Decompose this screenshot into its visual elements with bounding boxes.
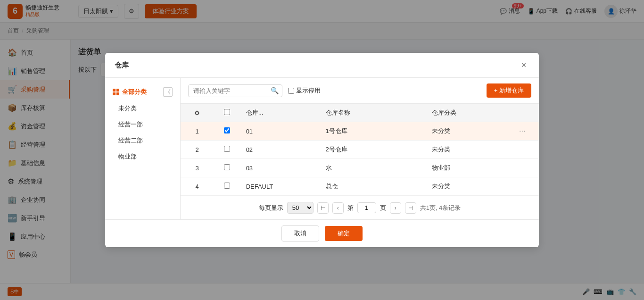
- row-check[interactable]: [214, 177, 240, 196]
- row-category: 未分类: [426, 141, 506, 159]
- row-idx: 2: [181, 141, 214, 159]
- category-collapse-button[interactable]: 《: [163, 87, 173, 97]
- row-check[interactable]: [214, 141, 240, 159]
- th-name: 仓库名称: [320, 104, 426, 122]
- show-disabled-label[interactable]: 显示停用: [288, 86, 321, 95]
- row-idx: 1: [181, 122, 214, 141]
- row-category: 未分类: [426, 122, 506, 141]
- select-all-checkbox[interactable]: [224, 109, 230, 115]
- table-toolbar: 🔍 显示停用 + 新增仓库: [181, 78, 539, 104]
- category-item-property[interactable]: 物业部: [105, 149, 180, 165]
- search-input[interactable]: [188, 84, 282, 97]
- page-total: 共1页, 4条记录: [420, 204, 461, 212]
- page-label: 第: [347, 204, 354, 212]
- category-item-dept1[interactable]: 经营一部: [105, 117, 180, 133]
- pagination: 每页显示 50 20 100 ⊢ ‹ 第 1 页 › ⊣ 共1页, 4条记录: [181, 196, 539, 219]
- per-page-select[interactable]: 50 20 100: [287, 202, 314, 214]
- page-number-input[interactable]: 1: [357, 202, 376, 213]
- row-more[interactable]: [506, 141, 539, 159]
- more-dots-icon[interactable]: ···: [519, 127, 525, 135]
- page-prev-button[interactable]: ‹: [332, 202, 344, 214]
- add-warehouse-button[interactable]: + 新增仓库: [487, 83, 531, 98]
- row-code: DEFAULT: [240, 177, 320, 196]
- table-body: 1 01 1号仓库 未分类 ··· 2 02 2号仓库 未分类 3 03 水 物…: [181, 122, 539, 196]
- row-name: 水: [320, 159, 426, 177]
- row-code: 01: [240, 122, 320, 141]
- row-more[interactable]: ···: [506, 122, 539, 141]
- all-categories-label: 全部分类: [122, 88, 147, 96]
- row-name: 1号仓库: [320, 122, 426, 141]
- warehouse-modal: 仓库 × 全部分类 《 未分类 经营一部: [105, 53, 539, 247]
- modal-body: 全部分类 《 未分类 经营一部 经营二部 物业部 🔍: [105, 78, 539, 219]
- th-check: [214, 104, 240, 122]
- row-checkbox[interactable]: [224, 164, 230, 170]
- show-disabled-checkbox[interactable]: [288, 88, 294, 94]
- row-code: 02: [240, 141, 320, 159]
- search-wrap: 🔍: [188, 84, 282, 97]
- page-unit: 页: [380, 204, 386, 212]
- grid-icon: [113, 89, 119, 95]
- th-code: 仓库...: [240, 104, 320, 122]
- table-row[interactable]: 1 01 1号仓库 未分类 ···: [181, 122, 539, 141]
- search-icon[interactable]: 🔍: [271, 87, 279, 94]
- data-table: ⚙ 仓库... 仓库名称: [181, 104, 539, 196]
- table-row[interactable]: 4 DEFAULT 总仓 未分类: [181, 177, 539, 196]
- modal-close-button[interactable]: ×: [518, 59, 529, 71]
- category-header[interactable]: 全部分类 《: [105, 83, 180, 100]
- row-check[interactable]: [214, 122, 240, 141]
- th-more: [506, 104, 539, 122]
- row-category: 未分类: [426, 177, 506, 196]
- table-row[interactable]: 2 02 2号仓库 未分类: [181, 141, 539, 159]
- category-item-dept2[interactable]: 经营二部: [105, 133, 180, 149]
- category-panel: 全部分类 《 未分类 经营一部 经营二部 物业部: [105, 78, 181, 219]
- category-header-label: 全部分类: [113, 88, 147, 96]
- row-idx: 4: [181, 177, 214, 196]
- modal-header: 仓库 ×: [105, 53, 539, 78]
- row-more[interactable]: [506, 159, 539, 177]
- row-checkbox[interactable]: [224, 146, 230, 152]
- modal-overlay: 仓库 × 全部分类 《 未分类 经营一部: [0, 0, 644, 300]
- category-item-unclassified[interactable]: 未分类: [105, 100, 180, 117]
- page-last-button[interactable]: ⊣: [405, 202, 416, 214]
- modal-title: 仓库: [115, 61, 129, 70]
- th-settings: ⚙: [181, 104, 214, 122]
- table-row[interactable]: 3 03 水 物业部: [181, 159, 539, 177]
- warehouse-table: ⚙ 仓库... 仓库名称: [181, 104, 539, 196]
- per-page-label: 每页显示: [259, 204, 283, 212]
- th-category: 仓库分类: [426, 104, 506, 122]
- page-next-button[interactable]: ›: [390, 202, 401, 214]
- cancel-button[interactable]: 取消: [281, 225, 319, 242]
- row-checkbox[interactable]: [224, 127, 230, 133]
- table-panel: 🔍 显示停用 + 新增仓库 ⚙: [181, 78, 539, 219]
- confirm-button[interactable]: 确定: [325, 226, 363, 241]
- row-category: 物业部: [426, 159, 506, 177]
- row-check[interactable]: [214, 159, 240, 177]
- row-idx: 3: [181, 159, 214, 177]
- row-name: 2号仓库: [320, 141, 426, 159]
- modal-footer: 取消 确定: [105, 219, 539, 247]
- table-header: ⚙ 仓库... 仓库名称: [181, 104, 539, 122]
- page-first-button[interactable]: ⊢: [317, 202, 329, 214]
- row-name: 总仓: [320, 177, 426, 196]
- row-checkbox[interactable]: [224, 183, 230, 189]
- row-code: 03: [240, 159, 320, 177]
- row-more[interactable]: [506, 177, 539, 196]
